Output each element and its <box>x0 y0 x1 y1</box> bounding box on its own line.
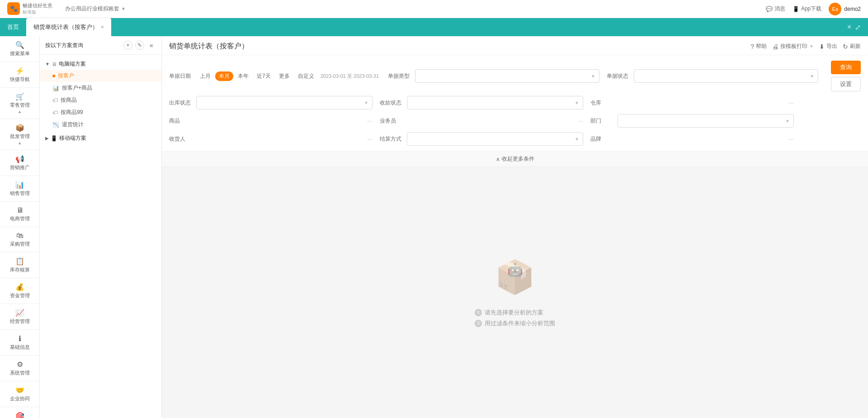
empty-icon-area: 📦 🤖 <box>488 258 542 303</box>
brand-dots-icon[interactable]: ··· <box>788 135 794 142</box>
tree-pc-group-label: 电脑端方案 <box>59 60 86 68</box>
bill-status-arrow-icon: ▼ <box>810 74 814 79</box>
out-status-select[interactable]: ▼ <box>196 96 373 109</box>
tree-item-by-return[interactable]: 📉 退货统计 <box>40 119 161 131</box>
app-icon: 📱 <box>793 6 799 12</box>
settings-button[interactable]: 设置 <box>831 77 861 91</box>
retail-mgmt-arrow-icon: ▲ <box>18 109 22 114</box>
collect-status-filter-item: 收款状态 ▼ <box>380 96 583 109</box>
collapse-up-icon: ∧ <box>496 156 500 162</box>
top-bar-left: 🐾 畅捷信好生意 标准版 办公用品行业模拟账套 ▼ <box>7 2 126 15</box>
bill-status-select[interactable]: ▼ <box>634 69 818 83</box>
date-btn-this-month[interactable]: 本月 <box>215 71 233 81</box>
sidebar-item-operation[interactable]: 📈 经营管理 <box>0 304 39 330</box>
date-btn-custom[interactable]: 自定义 <box>294 71 318 81</box>
sidebar-item-sys-mgmt[interactable]: ⚙ 系统管理 <box>0 356 39 381</box>
settle-method-control: ▼ <box>407 132 583 146</box>
date-btn-this-year[interactable]: 本年 <box>234 71 252 81</box>
bill-type-arrow-icon: ▼ <box>591 74 595 79</box>
warehouse-dots-icon[interactable]: ··· <box>788 99 794 106</box>
by-return-icon: 📉 <box>52 122 59 128</box>
query-btn-area: 查询 设置 <box>831 61 861 91</box>
user-area[interactable]: Ea demo2 <box>829 3 861 15</box>
sidebar-item-ecom-mgmt[interactable]: 🖥 电商管理 <box>0 202 39 227</box>
page-header: 销货单统计表（按客户） ? 帮助 🖨 按模板打印 ▼ ⬇ 导出 <box>162 36 868 55</box>
tree-mobile-group-label: 移动端方案 <box>59 134 86 142</box>
sidebar-item-finance[interactable]: 💰 资金管理 <box>0 278 39 304</box>
goods-dots-icon[interactable]: ··· <box>367 117 373 124</box>
sidebar-item-basic-info[interactable]: ℹ 基础信息 <box>0 330 39 356</box>
tree-item-by-goods-99[interactable]: 🏷 按商品99 <box>40 106 161 119</box>
tab-bar-actions: × ⤢ <box>840 23 868 32</box>
refresh-action[interactable]: ↻ 刷新 <box>843 43 861 50</box>
salesperson-dots-icon[interactable]: ··· <box>578 117 583 124</box>
message-label: 消息 <box>774 5 785 13</box>
tab-home[interactable]: 首页 <box>0 18 26 36</box>
date-btn-more[interactable]: 更多 <box>275 71 293 81</box>
sidebar-item-marketing[interactable]: 📢 营销推广 <box>0 150 39 176</box>
tab-close-all-icon[interactable]: × <box>847 23 851 31</box>
date-btn-last7[interactable]: 近7天 <box>253 71 274 81</box>
tip-1-text: 请先选择要分析的方案 <box>485 309 543 317</box>
collect-status-control: ▼ <box>407 96 583 109</box>
settle-method-arrow-icon: ▼ <box>575 137 579 142</box>
tree-mobile-group-icon: 📱 <box>51 135 57 142</box>
sidebar-item-quick-nav[interactable]: ⚡ 快捷导航 <box>0 62 39 88</box>
date-range-display: 2023-03-01 至 2023-03-31 <box>321 73 379 80</box>
scheme-add-btn[interactable]: + <box>123 41 132 50</box>
by-customer-label: 按客户 <box>58 72 74 80</box>
sidebar-item-purchase-mgmt[interactable]: 🛍 采购管理 <box>0 227 39 252</box>
top-bar-right: 💬 消息 📱 App下载 Ea demo2 <box>766 3 861 15</box>
tree-group-mobile-header[interactable]: ▶ 📱 移动端方案 <box>40 133 161 144</box>
settle-method-select[interactable]: ▼ <box>407 132 583 146</box>
help-action[interactable]: ? 帮助 <box>750 43 767 50</box>
tab-sales-stat[interactable]: 销货单统计表（按客户） × <box>26 18 111 36</box>
print-action[interactable]: 🖨 按模板打印 ▼ <box>772 43 814 50</box>
newbie-icon: 🎯 <box>15 412 24 418</box>
date-btn-last-month[interactable]: 上月 <box>196 71 214 81</box>
bill-type-select[interactable]: ▼ <box>415 69 599 83</box>
app-download-action[interactable]: 📱 App下载 <box>793 5 821 13</box>
sidebar-item-inventory[interactable]: 📋 库存核算 <box>0 252 39 278</box>
filter-area: 单据日期 上月 本月 本年 近7天 更多 自定义 2023-03-01 至 20… <box>162 55 868 152</box>
by-goods-icon: 🏷 <box>52 97 58 104</box>
sidebar-item-sales-mgmt[interactable]: 📊 销售管理 <box>0 176 39 202</box>
scheme-collapse-btn[interactable]: « <box>147 41 156 50</box>
system-title-dropdown-icon[interactable]: ▼ <box>121 6 126 11</box>
collapse-row[interactable]: ∧ 收起更多条件 <box>162 152 868 167</box>
export-action[interactable]: ⬇ 导出 <box>819 43 837 50</box>
message-action[interactable]: 💬 消息 <box>766 5 785 13</box>
collect-status-select[interactable]: ▼ <box>407 96 583 109</box>
collect-status-arrow-icon: ▼ <box>575 100 579 105</box>
tab-expand-icon[interactable]: ⤢ <box>855 23 861 32</box>
sidebar: 🔍 搜索菜单 ⚡ 快捷导航 🛒 零售管理 ▲ 📦 批发管理 ▲ 📢 营销推广 📊… <box>0 36 40 418</box>
sidebar-item-search-menu[interactable]: 🔍 搜索菜单 <box>0 36 39 62</box>
help-label: 帮助 <box>756 43 767 50</box>
query-button[interactable]: 查询 <box>831 61 861 74</box>
by-customer-dot <box>52 75 55 77</box>
sidebar-item-enterprise[interactable]: 🤝 企业协同 <box>0 381 39 407</box>
export-icon: ⬇ <box>819 43 825 50</box>
tree-item-by-goods[interactable]: 🏷 按商品 <box>40 94 161 106</box>
tree-item-by-customer-goods[interactable]: 📊 按客户+商品 <box>40 82 161 94</box>
department-select[interactable]: ▼ <box>618 114 794 128</box>
search-menu-label: 搜索菜单 <box>10 50 30 57</box>
tab-close-icon[interactable]: × <box>101 24 104 30</box>
empty-tip-2: ② 用过滤条件来缩小分析范围 <box>475 319 555 328</box>
sidebar-item-wholesale-mgmt[interactable]: 📦 批发管理 ▲ <box>0 119 39 150</box>
collect-status-label: 收款状态 <box>380 99 403 107</box>
by-goods-99-label: 按商品99 <box>61 109 83 116</box>
scheme-edit-btn[interactable]: ✎ <box>135 41 144 50</box>
date-label: 单据日期 <box>169 72 193 80</box>
tip-1-num: ① <box>475 309 482 316</box>
sidebar-item-retail-mgmt[interactable]: 🛒 零售管理 ▲ <box>0 88 39 119</box>
tree-item-by-customer[interactable]: 按客户 <box>40 70 161 82</box>
avatar: Ea <box>829 3 841 15</box>
sidebar-item-newbie[interactable]: 🎯 新手引导 <box>0 407 39 418</box>
recipient-dots-icon[interactable]: ··· <box>367 135 373 142</box>
tree-group-pc-header[interactable]: ▼ 🖥 电脑端方案 <box>40 58 161 70</box>
print-arrow-icon: ▼ <box>809 44 814 49</box>
filter-main: 销货单统计表（按客户） ? 帮助 🖨 按模板打印 ▼ ⬇ 导出 <box>162 36 868 418</box>
empty-state: 📦 🤖 ① 请先选择要分析的方案 ② 用过滤条件来缩小分析范围 <box>162 167 868 418</box>
inventory-label: 库存核算 <box>10 266 30 273</box>
